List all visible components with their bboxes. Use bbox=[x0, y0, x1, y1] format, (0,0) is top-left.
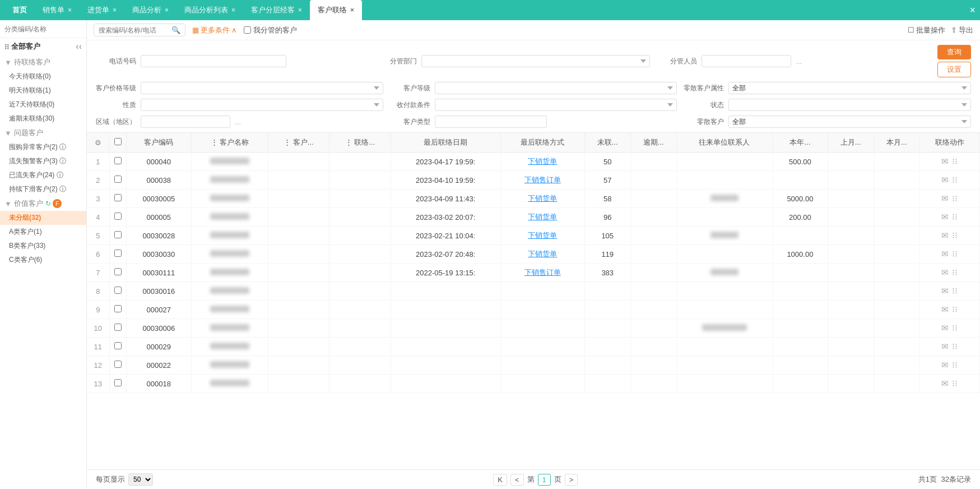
sidebar-search-box[interactable]: 🔍 bbox=[0, 20, 86, 38]
tab-customer-segment[interactable]: 客户分层经客 × bbox=[243, 0, 310, 20]
sidebar-item-class-b[interactable]: B类客户(33) bbox=[0, 239, 86, 253]
region-more-icon[interactable]: ... bbox=[235, 118, 241, 126]
sidebar-item-loss-warning[interactable]: 流失预警客户(3) ⓘ bbox=[0, 154, 86, 168]
tab-purchase[interactable]: 进货单 × bbox=[80, 0, 124, 20]
tab-customer-segment-close[interactable]: × bbox=[298, 6, 302, 14]
manager-input[interactable] bbox=[702, 55, 791, 67]
first-page-btn[interactable]: K bbox=[493, 474, 507, 486]
th-contacts-person[interactable]: 往来单位联系人 bbox=[676, 133, 772, 153]
sidebar-item-class-a[interactable]: A类客户(1) bbox=[0, 225, 86, 239]
tab-customer-contact-close[interactable]: × bbox=[350, 6, 354, 14]
more-icon[interactable]: ⁝⁝ bbox=[952, 212, 958, 222]
sidebar-search-input[interactable] bbox=[4, 25, 87, 33]
row-checkbox[interactable] bbox=[114, 324, 122, 331]
more-icon[interactable]: ⁝⁝ bbox=[952, 193, 958, 204]
more-conditions-btn[interactable]: ▦ 更多条件 ∧ bbox=[192, 25, 237, 35]
more-icon[interactable]: ⁝⁝ bbox=[952, 267, 958, 278]
sidebar-item-declining[interactable]: 持续下滑客户(2) ⓘ bbox=[0, 182, 86, 196]
group-value-customers[interactable]: ▼ 价值客户 ↻ F bbox=[0, 196, 86, 211]
tab-customer-contact[interactable]: 客户联络 × bbox=[310, 0, 362, 20]
more-icon[interactable]: ⁝⁝ bbox=[952, 379, 958, 389]
row-checkbox[interactable] bbox=[114, 194, 122, 201]
row-checkbox[interactable] bbox=[114, 176, 122, 183]
chat-icon[interactable]: ✉ bbox=[941, 323, 949, 333]
row-last-contact-way[interactable]: 下销货单 bbox=[500, 190, 584, 208]
row-last-contact-way[interactable]: 下销货单 bbox=[500, 245, 584, 264]
group-pending-contact[interactable]: ▼ 待联络客户 bbox=[0, 55, 86, 70]
page-size-select[interactable]: 50 bbox=[128, 473, 153, 486]
tab-product-analysis-close[interactable]: × bbox=[165, 6, 169, 14]
sidebar-item-overdue[interactable]: 逾期未联络(30) bbox=[0, 112, 86, 126]
my-customers-filter[interactable]: 我分管的客户 bbox=[244, 25, 297, 35]
row-checkbox[interactable] bbox=[114, 231, 122, 238]
filter-search-input[interactable] bbox=[99, 26, 171, 34]
more-icon[interactable]: ⁝⁝ bbox=[952, 360, 958, 370]
tab-product-analysis[interactable]: 商品分析 × bbox=[124, 0, 177, 20]
more-icon[interactable]: ⁝⁝ bbox=[952, 342, 958, 352]
prev-page-btn[interactable]: < bbox=[510, 474, 524, 486]
tab-sales[interactable]: 销售单 × bbox=[35, 0, 80, 20]
row-last-contact-way[interactable]: 下销货单 bbox=[500, 208, 584, 227]
th-customer-name[interactable]: ⋮ 客户名称 bbox=[192, 133, 268, 153]
gender-select[interactable] bbox=[141, 99, 383, 111]
customer-type-input[interactable] bbox=[435, 116, 547, 128]
row-last-contact-way[interactable]: 下销售订单 bbox=[500, 264, 584, 282]
sidebar-item-today[interactable]: 今天待联络(0) bbox=[0, 70, 86, 84]
row-last-contact-way[interactable]: 下销售订单 bbox=[500, 171, 584, 190]
row-checkbox[interactable] bbox=[114, 157, 122, 164]
chat-icon[interactable]: ✉ bbox=[941, 286, 949, 296]
export-btn[interactable]: ⇧ 导出 bbox=[951, 25, 973, 35]
tab-purchase-close[interactable]: × bbox=[113, 6, 117, 14]
row-checkbox[interactable] bbox=[114, 287, 122, 294]
row-checkbox[interactable] bbox=[114, 379, 122, 386]
reset-button[interactable]: 设置 bbox=[937, 62, 971, 77]
tab-product-analysis-list-close[interactable]: × bbox=[231, 6, 235, 14]
customer-level-select[interactable] bbox=[435, 82, 677, 94]
chat-icon[interactable]: ✉ bbox=[941, 230, 949, 241]
chat-icon[interactable]: ✉ bbox=[941, 249, 949, 259]
more-icon[interactable]: ⁝⁝ bbox=[952, 305, 958, 315]
tab-product-analysis-list[interactable]: 商品分析列表 × bbox=[177, 0, 243, 20]
chat-icon[interactable]: ✉ bbox=[941, 379, 949, 389]
th-last-contact-date[interactable]: 最后联络日期 bbox=[391, 133, 500, 153]
chat-icon[interactable]: ✉ bbox=[941, 193, 949, 204]
row-checkbox[interactable] bbox=[114, 268, 122, 275]
batch-operations-btn[interactable]: ☐ 批量操作 bbox=[908, 25, 945, 35]
retail-customer-select[interactable]: 全部 bbox=[728, 116, 971, 128]
my-customers-checkbox[interactable] bbox=[244, 26, 251, 34]
chat-icon[interactable]: ✉ bbox=[941, 212, 949, 222]
th-contact[interactable]: ⋮ 联络... bbox=[329, 133, 391, 153]
row-checkbox[interactable] bbox=[114, 305, 122, 312]
window-close[interactable]: × bbox=[969, 4, 976, 16]
chat-icon[interactable]: ✉ bbox=[941, 305, 949, 315]
select-all-checkbox[interactable] bbox=[114, 138, 122, 145]
all-customers-header[interactable]: ⁝⁝ 全部客户 ‹‹ bbox=[0, 38, 86, 55]
th-not-contact[interactable]: 未联... bbox=[584, 133, 630, 153]
dept-select[interactable] bbox=[421, 55, 651, 67]
region-input[interactable] bbox=[141, 116, 230, 128]
row-checkbox[interactable] bbox=[114, 342, 122, 349]
phone-input[interactable] bbox=[141, 55, 286, 67]
more-icon[interactable]: ⁝⁝ bbox=[952, 156, 958, 167]
price-level-select[interactable] bbox=[141, 82, 383, 94]
row-checkbox[interactable] bbox=[114, 213, 122, 220]
query-button[interactable]: 查询 bbox=[937, 45, 971, 59]
sidebar-item-ungrouped[interactable]: 未分组(32) bbox=[0, 211, 86, 225]
th-year-amount[interactable]: 本年... bbox=[773, 133, 828, 153]
th-customer-code[interactable]: 客户编码 bbox=[126, 133, 192, 153]
settings-icon[interactable]: ⚙ bbox=[95, 139, 101, 147]
refresh-icon[interactable]: ↻ bbox=[45, 200, 51, 207]
payment-select[interactable] bbox=[435, 99, 677, 111]
tab-home[interactable]: 首页 bbox=[4, 0, 35, 20]
th-last-contact-way[interactable]: 最后联络方式 bbox=[500, 133, 584, 153]
group-problem-customers[interactable]: ▼ 问题客户 bbox=[0, 126, 86, 140]
chat-icon[interactable]: ✉ bbox=[941, 175, 949, 185]
row-checkbox[interactable] bbox=[114, 250, 122, 257]
next-page-btn[interactable]: > bbox=[565, 474, 578, 486]
sidebar-item-hoarding-abnormal[interactable]: 囤购异常客户(2) ⓘ bbox=[0, 140, 86, 154]
collapse-icon[interactable]: ‹‹ bbox=[76, 41, 82, 52]
more-icon[interactable]: ⁝⁝ bbox=[952, 230, 958, 241]
tab-sales-close[interactable]: × bbox=[68, 6, 72, 14]
sidebar-item-class-c[interactable]: C类客户(6) bbox=[0, 253, 86, 267]
more-icon[interactable]: ⁝⁝ bbox=[952, 323, 958, 333]
